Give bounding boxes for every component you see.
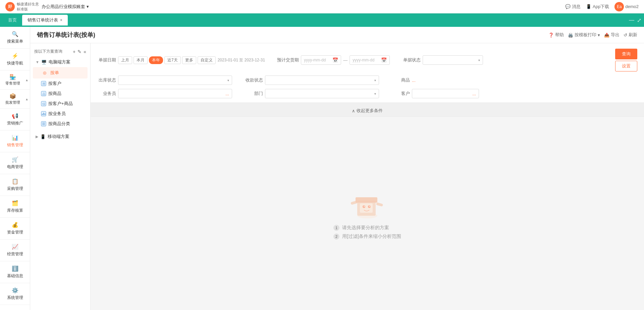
- order-status-dropdown-arrow: ▾: [478, 58, 480, 62]
- goods-label: 商品: [391, 77, 410, 83]
- sidebar-item-marketing[interactable]: 📢 营销推广: [0, 109, 30, 131]
- message-button[interactable]: 💬 消息: [565, 4, 581, 10]
- wholesale-expand-icon: ▲: [25, 97, 29, 101]
- tab-bar-actions: — ⤢: [629, 17, 641, 23]
- collapse-panel-button[interactable]: «: [84, 49, 86, 54]
- by-product-icon: 品: [41, 91, 46, 96]
- sidebar-item-system[interactable]: ⚙️ 系统管理: [0, 283, 30, 305]
- sidebar-item-quick-nav[interactable]: ⚡ 快捷导航: [0, 49, 30, 70]
- mobile-schemes-category[interactable]: ▶ 📱 移动端方案: [33, 132, 88, 142]
- tip-1-number: 1: [333, 225, 339, 231]
- svg-text:品: 品: [42, 92, 45, 96]
- sidebar-item-operation[interactable]: 📈 经营管理: [0, 240, 30, 261]
- date-label: 单据日期: [97, 57, 116, 63]
- app-selector[interactable]: 办公用品行业模拟账套 ▾: [42, 4, 89, 10]
- sidebar-item-search-menu[interactable]: 🔍 搜索菜单: [0, 27, 30, 49]
- sidebar-item-wholesale[interactable]: 📦 批发管理 ▲: [0, 90, 30, 109]
- print-icon: 🖨️: [568, 33, 573, 38]
- collection-status-dropdown[interactable]: ▾: [265, 75, 379, 85]
- operation-icon: 📈: [12, 244, 18, 250]
- export-icon: 📤: [604, 33, 609, 38]
- export-button[interactable]: 📤 导出: [604, 32, 620, 38]
- date-this-month-btn[interactable]: 本月: [133, 56, 148, 64]
- date-custom-btn[interactable]: 自定义: [198, 56, 216, 64]
- scheme-item-by-order[interactable]: ◎ 按单: [33, 67, 88, 79]
- salesperson-input-area[interactable]: ...: [118, 89, 232, 98]
- empty-state: 1 请先选择要分析的方案 2 用[过滤]条件来缩小分析范围: [91, 117, 644, 310]
- customer-ellipsis-button[interactable]: ...: [472, 91, 476, 96]
- filter-row-1: 单据日期 上月 本月 本年 近7天 更多 自定义 2023-01-01 至 20…: [97, 49, 637, 71]
- tab-home[interactable]: 首页: [3, 15, 22, 25]
- scheme-item-by-product[interactable]: 品 按商品: [33, 89, 88, 99]
- sidebar-item-purchase[interactable]: 📋 采购管理: [0, 174, 30, 196]
- page-title: 销售订单统计表(按单): [37, 31, 95, 39]
- expected-date-start-input[interactable]: yyyy-mm-dd 📅: [301, 55, 341, 65]
- sidebar-item-basic[interactable]: ℹ️ 基础信息: [0, 261, 30, 283]
- customer-group: 客户 ...: [391, 89, 479, 98]
- tab-maximize-button[interactable]: ⤢: [637, 17, 641, 23]
- main-layout: 🔍 搜索菜单 ⚡ 快捷导航 🏪 零售管理 ▲ 📦 批发管理 ▲ 📢 营销推广: [0, 27, 644, 310]
- scheme-item-by-customer-product[interactable]: 综 按客户+商品: [33, 99, 88, 109]
- system-icon: ⚙️: [12, 287, 18, 294]
- print-button[interactable]: 🖨️ 按模板打印 ▾: [568, 32, 600, 38]
- customer-label: 客户: [391, 91, 410, 97]
- scheme-item-by-salesperson[interactable]: 按业务员: [33, 109, 88, 119]
- pc-schemes-category[interactable]: ▼ 🖥️ 电脑端方案: [33, 57, 88, 67]
- collection-status-label: 收款状态: [244, 77, 263, 83]
- tab-sales-order-stats[interactable]: 销售订单统计表 ×: [22, 15, 68, 25]
- collapse-button[interactable]: ∧ 收起更多条件: [349, 105, 385, 116]
- help-button[interactable]: ❓ 帮助: [548, 32, 564, 38]
- query-button[interactable]: 查询: [615, 49, 637, 59]
- panel-and-content: 按以下方案查询 + ✎ « ▼ 🖥️ 电脑端方案 ◎: [30, 43, 644, 310]
- tab-minimize-button[interactable]: —: [629, 17, 634, 23]
- customer-input-area[interactable]: ...: [412, 89, 479, 98]
- sidebar-item-finance[interactable]: 💰 资金管理: [0, 218, 30, 240]
- wholesale-icon: 📦: [9, 93, 16, 99]
- retail-icon: 🏪: [9, 74, 16, 80]
- tip-2-number: 2: [333, 234, 339, 240]
- department-dropdown[interactable]: ▾: [265, 89, 379, 98]
- salesperson-label: 业务员: [97, 91, 116, 97]
- filter-area: 单据日期 上月 本月 本年 近7天 更多 自定义 2023-01-01 至 20…: [91, 43, 644, 117]
- svg-rect-23: [376, 202, 383, 207]
- settings-button[interactable]: 设置: [615, 61, 637, 71]
- panel-action-buttons: + ✎ «: [73, 49, 86, 54]
- order-status-dropdown[interactable]: ▾: [423, 55, 483, 65]
- date-last-7-btn[interactable]: 近7天: [164, 56, 181, 64]
- help-icon: ❓: [548, 33, 554, 38]
- order-status-group: 单据状态 ▾: [402, 55, 483, 65]
- date-last-month-btn[interactable]: 上月: [118, 56, 132, 64]
- order-status-label: 单据状态: [402, 57, 421, 63]
- tab-close-icon[interactable]: ×: [60, 18, 62, 22]
- page-header: 销售订单统计表(按单) ❓ 帮助 🖨️ 按模板打印 ▾ 📤 导出 ↺ 刷新: [30, 27, 644, 43]
- shipment-status-dropdown[interactable]: ▾: [118, 75, 232, 85]
- sidebar-item-retail[interactable]: 🏪 零售管理 ▲: [0, 70, 30, 90]
- refresh-button[interactable]: ↺ 刷新: [624, 32, 637, 38]
- sidebar-item-inventory[interactable]: 🗂️ 库存核算: [0, 196, 30, 218]
- collection-dropdown-arrow: ▾: [374, 79, 376, 82]
- content-area: 销售订单统计表(按单) ❓ 帮助 🖨️ 按模板打印 ▾ 📤 导出 ↺ 刷新: [30, 27, 644, 310]
- sidebar-item-ecommerce[interactable]: 🛒 电商管理: [0, 152, 30, 174]
- date-range-display: 2023-01-01 至 2023-12-31: [218, 57, 265, 63]
- quick-nav-icon: ⚡: [12, 53, 18, 59]
- sidebar-item-sales[interactable]: 📊 销售管理: [0, 131, 30, 152]
- salesperson-ellipsis-button[interactable]: ...: [225, 91, 229, 96]
- pc-schemes-arrow: ▼: [36, 60, 39, 64]
- calendar-end-icon: 📅: [381, 57, 387, 63]
- scheme-panel-header: 按以下方案查询 + ✎ «: [30, 47, 90, 57]
- date-more-btn[interactable]: 更多: [182, 56, 196, 64]
- goods-ellipsis-button[interactable]: ...: [412, 78, 416, 83]
- date-this-year-btn[interactable]: 本年: [149, 56, 163, 64]
- svg-point-20: [364, 206, 365, 207]
- add-scheme-button[interactable]: +: [73, 49, 75, 54]
- app-download-button[interactable]: 📱 App下载: [586, 4, 609, 10]
- scheme-item-by-category[interactable]: 按商品分类: [33, 119, 88, 129]
- sidebar-item-enterprise[interactable]: 🤝 企业协同: [0, 305, 30, 310]
- goods-group: 商品 ...: [391, 77, 416, 83]
- user-menu[interactable]: Ea demo2: [614, 2, 639, 11]
- edit-scheme-button[interactable]: ✎: [77, 49, 82, 54]
- scheme-item-by-customer[interactable]: 用 按客户: [33, 79, 88, 89]
- purchase-icon: 📋: [12, 178, 18, 185]
- logo-text: 畅捷通好生意 标准版: [17, 2, 39, 11]
- expected-date-end-input[interactable]: yyyy-mm-dd 📅: [350, 55, 390, 65]
